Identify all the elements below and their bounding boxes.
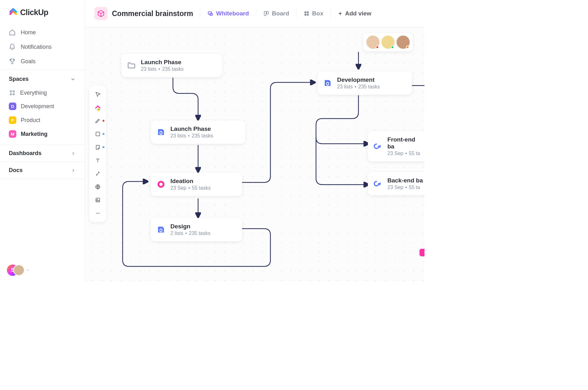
box-icon xyxy=(303,10,310,17)
sidebar-dashboards[interactable]: Dashboards xyxy=(0,145,85,162)
tab-label: Box xyxy=(312,10,324,17)
list-sync-icon xyxy=(157,128,165,136)
side-handle[interactable] xyxy=(419,249,424,256)
tool-note[interactable] xyxy=(89,142,106,153)
tab-label: Board xyxy=(272,10,289,17)
caret-down-icon xyxy=(26,268,30,272)
svg-rect-6 xyxy=(264,11,266,15)
tool-pen[interactable] xyxy=(89,115,106,126)
tab-whiteboard[interactable]: Whiteboard xyxy=(207,10,249,17)
svg-point-0 xyxy=(10,91,12,92)
sidebar-docs[interactable]: Docs xyxy=(0,162,85,179)
card-meta: 23 Sep xyxy=(387,185,403,190)
nav-notifications[interactable]: Notifications xyxy=(0,40,85,54)
card-title: Back-end ba xyxy=(387,177,423,184)
svg-rect-10 xyxy=(304,14,306,16)
logo[interactable]: ClickUp xyxy=(0,0,85,24)
tool-image[interactable] xyxy=(89,194,106,206)
tool-text[interactable] xyxy=(89,155,106,166)
nav-label: Home xyxy=(21,29,36,36)
card-meta: 23 lists xyxy=(141,66,157,72)
card-title: Ideation xyxy=(170,178,211,185)
whiteboard-toolbar xyxy=(89,86,106,222)
card-meta: 23 lists xyxy=(170,133,186,138)
arrow-loop-icon xyxy=(374,179,382,188)
avatar xyxy=(397,36,410,49)
nav-goals[interactable]: Goals xyxy=(0,54,85,69)
card-backend[interactable]: Back-end ba 23 Sep•55 ta xyxy=(368,172,424,195)
grid-icon xyxy=(9,89,16,96)
card-development[interactable]: Development 23 lists•235 tasks xyxy=(318,71,412,95)
nav-label: Notifications xyxy=(21,44,52,50)
sidebar-item-product[interactable]: P Product xyxy=(0,113,85,127)
card-frontend[interactable]: Front-end ba 23 Sep•55 ta xyxy=(368,131,424,161)
board-icon xyxy=(263,10,269,17)
add-view-label: Add view xyxy=(345,10,371,17)
sidebar-item-development[interactable]: D Development xyxy=(0,99,85,113)
add-view-button[interactable]: Add view xyxy=(338,10,371,17)
card-design[interactable]: Design 2 lists•235 tasks xyxy=(151,218,242,241)
card-title: Development xyxy=(337,76,380,83)
whiteboard-canvas[interactable]: Launch Phase 23 lists•235 tasks Launch P… xyxy=(85,27,424,281)
list-sync-icon xyxy=(157,225,165,234)
card-meta: 235 tasks xyxy=(162,66,183,72)
card-title: Launch Phase xyxy=(170,125,213,132)
tool-shape[interactable] xyxy=(89,128,106,140)
svg-rect-12 xyxy=(96,132,100,136)
space-badge: P xyxy=(9,116,16,124)
tab-label: Whiteboard xyxy=(216,10,249,17)
spaces-header[interactable]: Spaces xyxy=(0,70,85,86)
tool-embed[interactable] xyxy=(89,181,106,192)
sidebar-item-label: Docs xyxy=(9,167,23,174)
tab-board[interactable]: Board xyxy=(263,10,289,17)
card-meta: 235 tasks xyxy=(189,231,210,236)
tab-box[interactable]: Box xyxy=(303,10,324,17)
clickup-logo-icon xyxy=(9,8,18,17)
sidebar-item-everything[interactable]: Everything xyxy=(0,86,85,99)
card-launch-folder[interactable]: Launch Phase 23 lists•235 tasks xyxy=(121,54,222,77)
card-meta: 23 Sep xyxy=(387,151,403,156)
card-title: Front-end ba xyxy=(387,136,423,150)
card-meta: 55 ta xyxy=(409,185,420,190)
sidebar-item-label: Development xyxy=(21,103,54,110)
tool-connector[interactable] xyxy=(89,168,106,179)
main: Commercial brainstorm Whiteboard Board B… xyxy=(85,0,424,281)
profile-menu[interactable]: S xyxy=(7,265,30,276)
chevron-right-icon xyxy=(71,168,76,173)
svg-rect-9 xyxy=(307,11,308,13)
svg-point-3 xyxy=(13,93,14,95)
logo-text: ClickUp xyxy=(20,8,48,17)
card-launch-list[interactable]: Launch Phase 23 lists•235 tasks xyxy=(151,120,245,144)
page-title-block[interactable]: Commercial brainstorm xyxy=(94,7,193,20)
page-title: Commercial brainstorm xyxy=(112,9,193,18)
plus-icon xyxy=(338,11,343,16)
status-circle-icon xyxy=(157,180,165,189)
svg-rect-7 xyxy=(267,11,269,14)
space-badge: M xyxy=(9,130,16,138)
presence-avatars[interactable] xyxy=(363,33,413,51)
sidebar: ClickUp Home Notifications Goals Spaces … xyxy=(0,0,85,281)
whiteboard-icon xyxy=(207,10,214,17)
svg-rect-14 xyxy=(96,198,100,202)
card-meta: 55 tasks xyxy=(192,185,211,191)
avatar xyxy=(381,36,395,49)
topbar: Commercial brainstorm Whiteboard Board B… xyxy=(85,0,424,27)
card-ideation[interactable]: Ideation 23 Sep•55 tasks xyxy=(151,173,242,196)
card-meta: 2 lists xyxy=(170,231,183,236)
sidebar-item-marketing[interactable]: M Marketing xyxy=(0,127,85,141)
card-title: Launch Phase xyxy=(141,59,184,66)
bell-icon xyxy=(9,43,16,50)
space-badge: D xyxy=(9,103,16,110)
tool-clickup[interactable] xyxy=(89,102,106,113)
sidebar-item-label: Product xyxy=(21,117,40,124)
card-meta: 235 tasks xyxy=(358,84,380,89)
svg-point-15 xyxy=(97,199,97,200)
svg-rect-11 xyxy=(307,14,308,16)
cube-icon xyxy=(94,7,108,20)
tool-select[interactable] xyxy=(89,89,106,100)
folder-icon xyxy=(127,61,136,70)
avatar xyxy=(13,265,25,276)
card-meta: 235 tasks xyxy=(191,133,213,138)
tool-more[interactable] xyxy=(89,208,106,219)
nav-home[interactable]: Home xyxy=(0,25,85,40)
